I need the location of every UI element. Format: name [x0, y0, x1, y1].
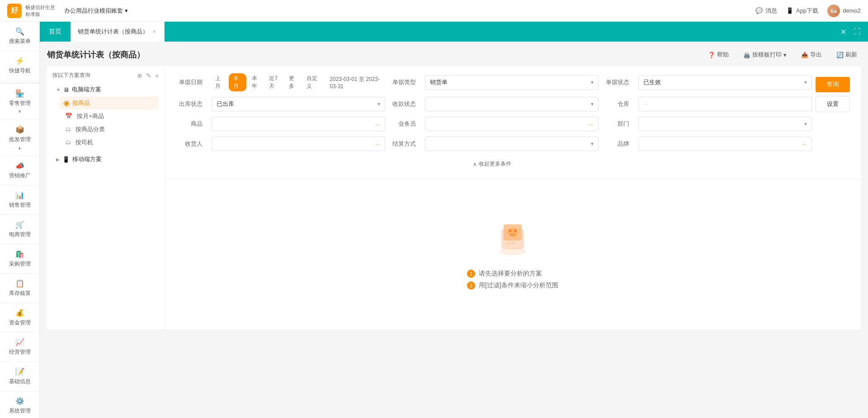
tab-maximize-icon[interactable]: ⛶	[852, 26, 863, 38]
sidebar-item-finance[interactable]: 💰 资金管理	[0, 303, 39, 332]
sidebar: 🔍 搜索菜单 ⚡ 快捷导航 🏪 零售管理 ▼ 📦 批发管理 ▲ 📣 营销推广 📊…	[0, 22, 40, 418]
topbar-right: 💬 消息 📱 App下载 Ea demo2	[755, 5, 861, 17]
sidebar-item-quick-nav[interactable]: ⚡ 快捷导航	[0, 51, 39, 81]
sidebar-item-wholesale[interactable]: 📦 批发管理 ▲	[0, 120, 39, 156]
print-icon: 🖨️	[743, 52, 750, 58]
query-button[interactable]: 查询	[816, 77, 850, 92]
date-selector: 上月 本月 本年 近7天 更多 自定义 2023-03-01 至 20	[212, 73, 385, 91]
operations-icon: 📈	[15, 338, 24, 347]
query-btn-group: 查询 设置	[812, 73, 854, 171]
caret-icon: ▾	[591, 101, 594, 107]
sidebar-item-basic-info[interactable]: 📝 基础信息	[0, 362, 39, 391]
tree-item-by-driver[interactable]: 🗂 按司机	[60, 136, 159, 149]
doc-type-select[interactable]: 销货单 ▾	[425, 75, 599, 90]
warehouse-input[interactable]: ···	[638, 97, 812, 111]
collapse-panel-icon[interactable]: «	[155, 72, 159, 79]
date-tab-this-year[interactable]: 本年	[248, 73, 264, 91]
step-num-2: 2	[467, 281, 475, 290]
settlement-select[interactable]: ▾	[425, 137, 599, 151]
date-tab-last-month[interactable]: 上月	[212, 73, 227, 91]
chevron-down-icon: ▾	[125, 7, 128, 14]
message-action[interactable]: 💬 消息	[755, 7, 777, 15]
app-download-action[interactable]: 📱 App下载	[786, 7, 818, 15]
filter-date-col: 单据日期 上月 本月 本年 近7天	[172, 73, 385, 91]
date-tabs-row: 上月 本月 本年 近7天 更多 自定义 2023-03-01 至 20	[212, 73, 385, 91]
filter-docstatus-col: 单据状态 已生效 ▾	[599, 75, 812, 90]
settings-button[interactable]: 设置	[816, 96, 850, 112]
tree-pc-schemes[interactable]: ▼ 🖥 电脑端方案	[52, 83, 159, 96]
filter-row-3: 商品 ··· 业务员 ···	[172, 117, 812, 131]
pay-status-select[interactable]: ▾	[425, 97, 599, 111]
tab-close-button[interactable]: ×	[152, 28, 157, 36]
out-status-select[interactable]: 已出库 ▾	[212, 97, 385, 111]
filter-fields: 单据日期 上月 本月 本年 近7天	[172, 73, 812, 171]
calendar-icon: 📅	[63, 112, 74, 120]
date-tab-more[interactable]: 更多	[285, 73, 301, 91]
goods-input[interactable]: ···	[212, 117, 385, 131]
logo-area: 好 畅捷信好生意 标准版	[7, 4, 55, 18]
receiver-more-icon[interactable]: ···	[375, 141, 380, 147]
sidebar-item-operations[interactable]: 📈 经营管理	[0, 332, 39, 362]
edit-scheme-icon[interactable]: ✎	[146, 72, 151, 79]
department-select[interactable]: ▾	[638, 117, 812, 131]
right-section: 单据日期 上月 本月 本年 近7天	[165, 66, 861, 329]
date-tabs: 上月 本月 本年 近7天 更多 自定义	[212, 73, 322, 91]
doc-status-select[interactable]: 已生效 ▾	[638, 75, 812, 90]
topbar-left: 好 畅捷信好生意 标准版 办公用品行业模拟账套 ▾	[7, 4, 132, 18]
svg-point-5	[514, 229, 517, 232]
sidebar-item-sales[interactable]: 📊 销售管理	[0, 185, 39, 215]
goods-more-icon[interactable]: ···	[375, 121, 380, 128]
tree-mobile-schemes[interactable]: ▶ 📱 移动端方案	[52, 152, 159, 166]
sidebar-item-ecommerce[interactable]: 🛒 电商管理	[0, 215, 39, 244]
sidebar-item-purchase[interactable]: 🛍️ 采购管理	[0, 244, 39, 274]
workspace-selector[interactable]: 办公用品行业模拟账套 ▾	[61, 5, 132, 17]
sidebar-item-marketing[interactable]: 📣 营销推广	[0, 156, 39, 185]
system-icon: ⚙️	[15, 397, 24, 405]
finance-icon: 💰	[15, 309, 24, 317]
salesperson-input[interactable]: ···	[425, 117, 599, 131]
ecommerce-icon: 🛒	[15, 220, 24, 229]
help-button[interactable]: ❓ 帮助	[704, 49, 732, 61]
filter-section: 单据日期 上月 本月 本年 近7天	[165, 66, 861, 179]
sidebar-item-search-menu[interactable]: 🔍 搜索菜单	[0, 22, 39, 51]
wholesale-icon: 📦	[15, 125, 24, 134]
tree-item-by-goods-category[interactable]: 🗂 按商品分类	[60, 123, 159, 136]
collapse-icon: ∧	[473, 161, 477, 167]
tree-item-by-month-goods[interactable]: 📅 按月+商品	[60, 109, 159, 123]
panel-title: 按以下方案查询 ⊕ ✎ «	[52, 71, 159, 79]
radio-active-icon: ◉	[63, 99, 70, 107]
step-num-1: 1	[467, 270, 475, 278]
tree-children-pc: ◉ 按商品 📅 按月+商品 🗂 按商品分类	[52, 96, 159, 149]
phone-icon: 📱	[786, 7, 793, 14]
brand-more-icon[interactable]: ···	[802, 141, 807, 147]
tab-close-icon[interactable]: ✕	[839, 26, 848, 38]
logo-icon: 好	[7, 4, 22, 18]
date-range-display: 2023-03-01 至 2023-03-31	[330, 76, 385, 90]
add-scheme-icon[interactable]: ⊕	[137, 72, 142, 79]
filter-salesperson-col: 业务员 ···	[385, 117, 599, 131]
receiver-input[interactable]: ···	[212, 137, 385, 151]
sidebar-item-inventory[interactable]: 📋 库存核算	[0, 274, 39, 303]
collapse-button[interactable]: ∧ 收起更多条件	[469, 157, 515, 171]
export-button[interactable]: 📤 导出	[797, 49, 826, 61]
tree-toggle-mobile-icon: ▶	[56, 157, 60, 162]
brand-input[interactable]: ···	[638, 137, 812, 151]
sidebar-item-system[interactable]: ⚙️ 系统管理	[0, 391, 39, 418]
template-print-button[interactable]: 🖨️ 按模板打印 ▾	[740, 49, 790, 61]
date-tab-this-month[interactable]: 本月	[229, 73, 246, 91]
arrow-icon: ▲	[18, 145, 22, 150]
sidebar-item-retail[interactable]: 🏪 零售管理 ▼	[0, 82, 39, 120]
scheme-tree: ▼ 🖥 电脑端方案 ◉ 按商品 📅 按月+商品	[52, 83, 159, 166]
user-area[interactable]: Ea demo2	[827, 5, 861, 17]
mobile-icon: 📱	[62, 156, 70, 163]
tab-active[interactable]: 销货单统计计表（按商品） ×	[71, 22, 165, 42]
desktop-icon: 🖥	[63, 86, 69, 93]
chevron-down-icon: ▾	[783, 52, 787, 58]
marketing-icon: 📣	[15, 162, 24, 170]
refresh-button[interactable]: 🔄 刷新	[833, 49, 861, 61]
salesperson-more-icon[interactable]: ···	[589, 121, 594, 128]
date-tab-7days[interactable]: 近7天	[265, 73, 283, 91]
tab-home[interactable]: 首页	[40, 22, 71, 42]
date-tab-custom[interactable]: 自定义	[303, 73, 323, 91]
tree-item-by-goods[interactable]: ◉ 按商品	[60, 96, 159, 109]
